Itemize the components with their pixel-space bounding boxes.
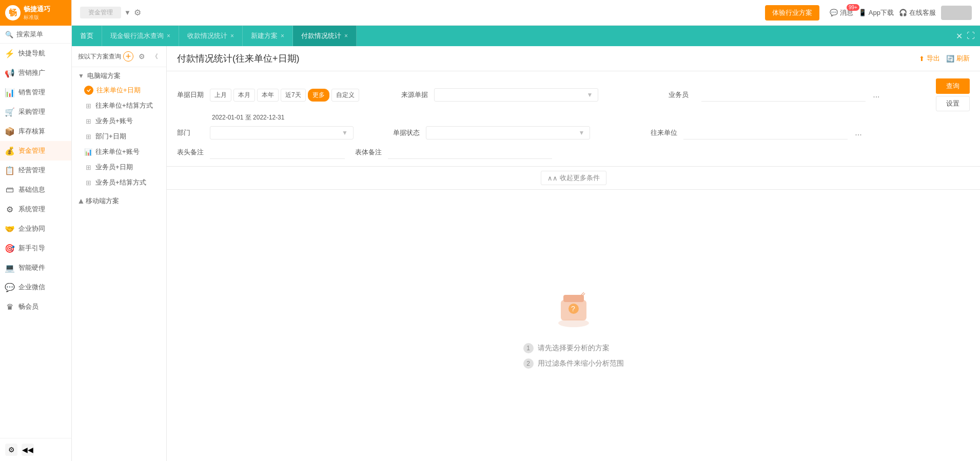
date-btn-custom[interactable]: 自定义 [331,89,359,102]
scheme-item-label-partner-settle: 往来单位+结算方式 [95,101,153,110]
sidebar-label-inventory: 库存核算 [18,127,45,136]
topbar-gear-icon[interactable]: ⚙ [134,8,141,17]
tab-payment[interactable]: 付款情况统计 × [293,26,357,46]
enterprise-icon: 🤝 [5,224,14,233]
source-dropdown-icon: ▼ [586,91,593,98]
trial-btn[interactable]: 体验行业方案 [765,5,819,21]
date-label: 单据日期 [177,90,206,99]
collapse-conditions-btn[interactable]: ∧∧ 收起更多条件 [541,171,606,185]
basic-icon: 🗃 [5,185,14,194]
scheme-group-pc-title[interactable]: ▼ 电脑端方案 [78,71,160,81]
export-btn[interactable]: ⬆ 导出 [919,54,940,63]
date-btn-more[interactable]: 更多 [308,89,329,102]
filter-body-note-field: 表体备注 [355,146,557,159]
tab-bank-close[interactable]: × [167,32,170,39]
vip-icon: ♛ [5,302,14,311]
status-select[interactable]: ▼ [426,126,590,139]
date-buttons: 上月 本月 本年 近7天 更多 自定义 [210,89,359,102]
scheme-group-mobile-title[interactable]: ▶ 移动端方案 [78,196,160,206]
sidebar-item-guide[interactable]: 🎯 新手引导 [0,238,71,258]
sidebar-item-quick-nav[interactable]: ⚡ 快捷导航 [0,44,71,63]
svg-text:?: ? [571,305,575,313]
date-btn-last-7-days[interactable]: 近7天 [281,89,306,102]
sidebar-item-enterprise[interactable]: 🤝 企业协同 [0,219,71,238]
scheme-group-pc: ▼ 电脑端方案 [72,67,166,83]
maximize-btn[interactable]: ⛶ [967,31,975,41]
system-icon: ⚙ [5,205,14,214]
sidebar-label-hardware: 智能硬件 [18,263,45,272]
partner-input[interactable] [683,126,848,139]
filter-settings-btn[interactable]: 设置 [936,96,970,111]
empty-illustration: ? [548,282,599,335]
export-icon: ⬆ [919,55,925,63]
sidebar-item-wechat[interactable]: 💬 企业微信 [0,277,71,297]
sidebar-item-purchase[interactable]: 🛒 采购管理 [0,102,71,122]
tab-payment-label: 付款情况统计 [301,31,341,41]
filter-row-2: 部门 ▼ 单据状态 ▼ 往来单位 [177,126,970,139]
partner-more-btn[interactable]: ... [855,128,861,137]
sidebar-item-system[interactable]: ⚙ 系统管理 [0,199,71,219]
headset-icon: 🎧 [899,9,907,16]
topbar-app-download[interactable]: 📱 App下载 [858,8,894,17]
topbar-online-service[interactable]: 🎧 在线客服 [899,8,936,17]
scheme-item-salesman-account[interactable]: ⊞ 业务员+账号 [72,113,166,129]
body-note-input[interactable] [388,146,552,159]
user-avatar[interactable] [941,6,972,20]
sidebar-label-quick-nav: 快捷导航 [18,49,45,58]
tab-collection-close[interactable]: × [230,32,234,39]
sidebar-label-sales: 销售管理 [18,88,45,97]
scheme-item-partner-settle[interactable]: ⊞ 往来单位+结算方式 [72,98,166,113]
tab-new-scheme-close[interactable]: × [281,32,284,39]
scheme-item-dept-date[interactable]: ⊞ 部门+日期 [72,129,166,144]
topbar: 资金管理 ▼ ⚙ 体验行业方案 💬 消息 99+ 📱 App下载 🎧 在线客服 [72,0,980,26]
date-btn-this-month[interactable]: 本月 [233,89,255,102]
logo-sub: 标准版 [24,14,50,21]
company-selector[interactable]: 资金管理 [80,7,121,18]
scheme-panel: 按以下方案查询 + ⚙ 《 ▼ 电脑端方案 往来单位+日期 [72,46,167,461]
dept-dropdown-icon: ▼ [342,129,348,136]
salesman-input[interactable] [701,88,866,102]
sidebar-item-marketing[interactable]: 📢 营销推广 [0,63,71,83]
close-window-btn[interactable]: ✕ [956,31,963,41]
sidebar-item-inventory[interactable]: 📦 库存核算 [0,122,71,141]
add-scheme-btn[interactable]: + [123,51,133,62]
tab-new-scheme[interactable]: 新建方案 × [243,26,293,46]
dept-select[interactable]: ▼ [210,126,354,139]
partner-label: 往来单位 [651,128,679,137]
refresh-btn[interactable]: 🔄 刷新 [946,54,970,63]
scheme-item-salesman-date[interactable]: ⊞ 业务员+日期 [72,159,166,175]
header-note-label: 表头备注 [177,148,206,157]
tab-collection[interactable]: 收款情况统计 × [179,26,243,46]
sidebar-item-capital[interactable]: 💰 资金管理 [0,141,71,161]
topbar-chevron-down-icon[interactable]: ▼ [124,9,131,16]
settings-icon-btn[interactable]: ⚙ [5,444,17,456]
date-btn-last-month[interactable]: 上月 [210,89,231,102]
scheme-item-salesman-settle[interactable]: ⊞ 业务员+结算方式 [72,175,166,190]
sidebar-item-hardware[interactable]: 💻 智能硬件 [0,258,71,277]
topbar-messages[interactable]: 💬 消息 99+ [830,8,853,17]
query-buttons: 查询 设置 [936,78,970,111]
sidebar-item-vip[interactable]: ♛ 畅会员 [0,297,71,316]
query-btn[interactable]: 查询 [936,78,970,94]
tab-home[interactable]: 首页 [72,26,102,46]
sidebar-label-capital: 资金管理 [18,146,45,155]
collapse-scheme-btn[interactable]: 《 [150,51,160,62]
sidebar-item-operation[interactable]: 📋 经营管理 [0,161,71,180]
logo-name: 畅捷通巧 [24,5,50,14]
scheme-item-partner-date[interactable]: 往来单位+日期 [72,83,166,98]
scheme-setting-btn[interactable]: ⚙ [136,51,147,62]
tab-new-scheme-label: 新建方案 [251,31,278,41]
search-menu[interactable]: 🔍 搜索菜单 [0,26,71,44]
scheme-item-partner-account[interactable]: 📊 往来单位+账号 [72,144,166,159]
tab-payment-close[interactable]: × [344,32,348,39]
tab-bank[interactable]: 现金银行流水查询 × [102,26,179,46]
scheme-panel-header: 按以下方案查询 + ⚙ 《 [72,46,166,67]
header-note-input[interactable] [210,146,345,159]
salesman-more-btn[interactable]: ... [873,90,879,99]
sidebar-item-sales[interactable]: 📊 销售管理 [0,83,71,102]
date-btn-this-year[interactable]: 本年 [257,89,279,102]
tip-num-2: 2 [523,358,534,369]
sidebar-item-basic[interactable]: 🗃 基础信息 [0,180,71,199]
collapse-sidebar-btn[interactable]: ◀◀ [22,444,34,456]
source-select[interactable]: ▼ [434,88,598,102]
